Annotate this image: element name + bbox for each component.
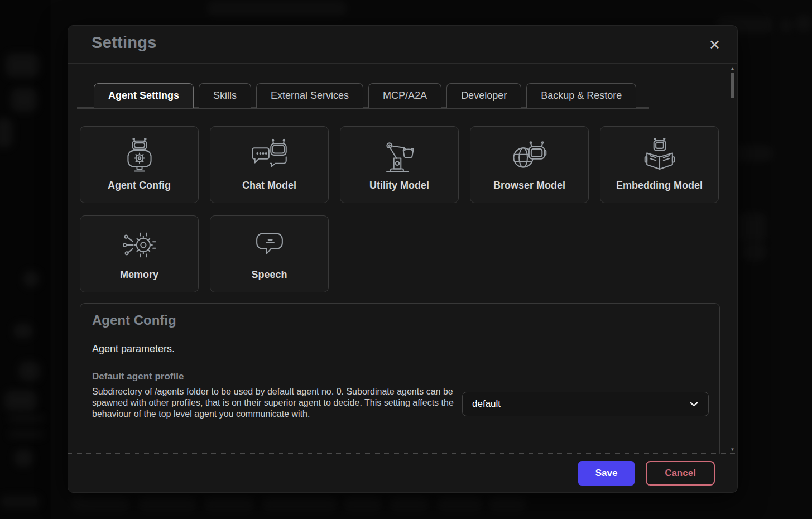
nav-card-utility-model[interactable]: Utility Model [340, 126, 459, 203]
default-agent-profile-select[interactable]: default [462, 392, 709, 416]
close-icon[interactable]: ✕ [707, 36, 723, 54]
tab-agent-settings[interactable]: Agent Settings [94, 83, 194, 108]
nav-card-speech[interactable]: Speech [210, 215, 329, 292]
tab-mcp-a2a[interactable]: MCP/A2A [368, 83, 441, 108]
cancel-button[interactable]: Cancel [646, 461, 715, 486]
agent-config-section: Agent Config Agent parameters. Default a… [80, 303, 720, 454]
section-title: Agent Config [92, 313, 176, 328]
nav-card-label: Utility Model [369, 180, 429, 191]
browser-model-icon [508, 138, 551, 176]
scrollbar-thumb[interactable] [731, 73, 734, 98]
section-subtitle: Agent parameters. [92, 343, 175, 355]
scroll-down-icon[interactable]: ▼ [728, 447, 737, 452]
nav-card-label: Browser Model [493, 180, 565, 191]
settings-tab-bar: Agent Settings Skills External Services … [94, 83, 636, 108]
embedding-model-icon [638, 138, 681, 176]
nav-card-browser-model[interactable]: Browser Model [470, 126, 589, 203]
nav-card-embedding-model[interactable]: Embedding Model [600, 126, 719, 203]
nav-card-label: Chat Model [242, 180, 296, 191]
tab-developer[interactable]: Developer [446, 83, 521, 108]
nav-card-label: Embedding Model [616, 180, 703, 191]
field-description: Subdirectory of /agents folder to be use… [92, 386, 456, 420]
section-divider [92, 337, 709, 337]
save-button[interactable]: Save [578, 461, 635, 486]
nav-card-label: Memory [120, 269, 158, 281]
agent-config-icon [118, 138, 161, 176]
nav-card-memory[interactable]: Memory [80, 215, 199, 292]
field-label-default-agent-profile: Default agent profile [92, 371, 184, 382]
modal-title: Settings [92, 33, 157, 52]
tab-external-services[interactable]: External Services [256, 83, 363, 108]
speech-icon [248, 227, 291, 265]
header-divider [68, 63, 737, 64]
select-value: default [472, 398, 501, 410]
tab-skills[interactable]: Skills [199, 83, 251, 108]
nav-card-label: Speech [251, 269, 287, 281]
chevron-down-icon [689, 401, 699, 407]
scroll-up-icon[interactable]: ▲ [728, 66, 737, 71]
modal-footer: Save Cancel [68, 453, 737, 492]
nav-card-agent-config[interactable]: Agent Config [80, 126, 199, 203]
settings-nav-cards: Agent Config Chat Model [80, 126, 720, 292]
settings-modal: Settings ✕ Agent Settings Skills Externa… [68, 25, 738, 493]
tab-backup-restore[interactable]: Backup & Restore [526, 83, 636, 108]
memory-icon [118, 227, 161, 265]
chat-model-icon [248, 138, 291, 176]
nav-card-label: Agent Config [108, 180, 171, 191]
nav-card-chat-model[interactable]: Chat Model [210, 126, 329, 203]
utility-model-icon [378, 138, 421, 176]
modal-scrollbar[interactable]: ▲ ▼ [728, 64, 737, 454]
